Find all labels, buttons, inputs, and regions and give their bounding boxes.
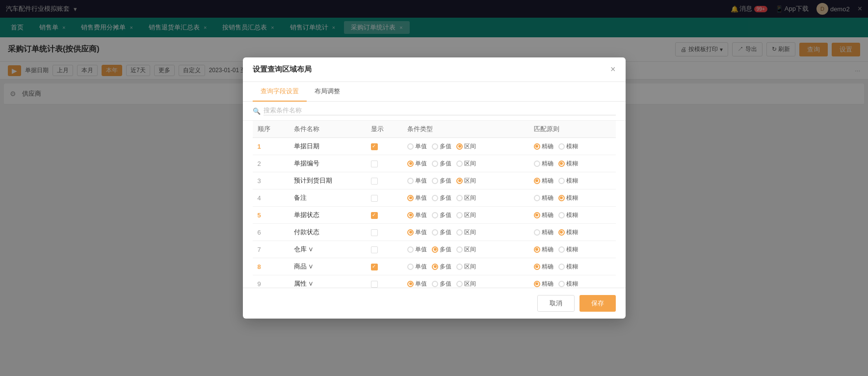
dialog-tab-layout[interactable]: 布局调整 [307,82,348,102]
dialog-title: 设置查询区域布局 [253,65,312,74]
search-input[interactable] [263,107,616,108]
dialog-header: 设置查询区域布局 × [243,57,626,82]
dialog-search-box: 🔍 [243,102,626,108]
dialog-tabs: 查询字段设置 布局调整 [243,82,626,102]
dialog-close-button[interactable]: × [610,64,616,75]
dialog-overlay: 设置查询区域布局 × 查询字段设置 布局调整 🔍 顺序 条件名称 显示 条件类型 [0,0,868,108]
search-icon: 🔍 [253,107,261,109]
settings-dialog: 设置查询区域布局 × 查询字段设置 布局调整 🔍 顺序 条件名称 显示 条件类型 [243,57,626,108]
dialog-tab-fields[interactable]: 查询字段设置 [253,82,307,102]
